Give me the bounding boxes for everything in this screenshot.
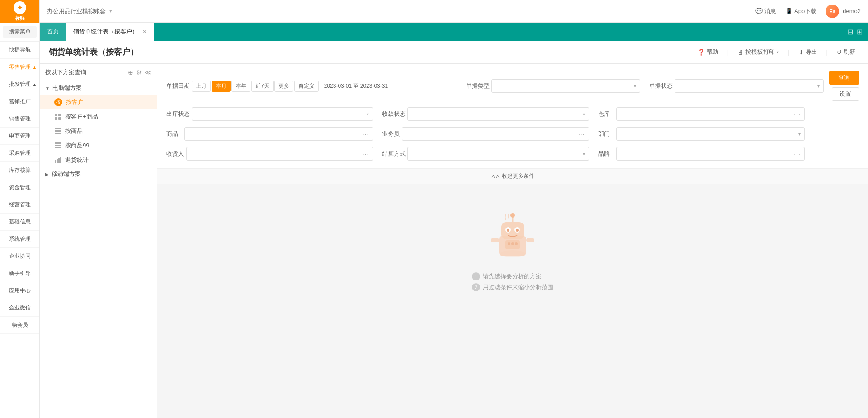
doc-status-input[interactable]: ▾ <box>675 79 824 93</box>
user-avatar: Ea <box>826 5 839 18</box>
collapse-row[interactable]: ∧∧ 收起更多条件 <box>157 168 868 184</box>
collection-status-input[interactable]: ▾ <box>407 107 589 121</box>
tab-close-icon[interactable]: ✕ <box>142 28 147 35</box>
scheme-item-refund-stat[interactable]: 退货统计 <box>40 153 157 167</box>
scheme-settings-icon[interactable]: ⚙ <box>136 69 142 76</box>
by-customer-product-label: 按客户+商品 <box>65 113 98 121</box>
sidebar-item-sales[interactable]: 销售管理 <box>0 110 39 128</box>
svg-rect-23 <box>491 238 499 242</box>
retail-label: 零售管理 <box>9 63 31 71</box>
svg-point-22 <box>510 213 515 218</box>
sidebar-item-inventory[interactable]: 库存核算 <box>0 162 39 179</box>
tab-maximize-icon[interactable]: ⊞ <box>857 28 863 36</box>
retail-expand-icon: ▲ <box>33 65 37 70</box>
print-btn[interactable]: 🖨 按模板打印 ▾ <box>734 46 783 58</box>
date-tab-last-7-days[interactable]: 近7天 <box>251 81 274 92</box>
scheme-item-by-product-99[interactable]: 按商品99 <box>40 138 157 153</box>
sidebar-search-area[interactable]: 搜索菜单 <box>0 23 39 42</box>
receiver-label: 收货人 <box>166 150 186 158</box>
page-header: 销货单统计表（按客户） ❓ 帮助 | 🖨 按模板打印 ▾ | ⬇ 导出 | <box>40 41 868 64</box>
help-btn[interactable]: ❓ 帮助 <box>694 46 722 58</box>
scheme-category-mobile[interactable]: ▶ 移动端方案 <box>40 167 157 181</box>
salesperson-label: 业务员 <box>382 130 402 138</box>
scheme-add-icon[interactable]: ⊕ <box>128 69 133 76</box>
help-icon: ❓ <box>698 49 705 56</box>
sidebar-item-ecommerce[interactable]: 电商管理 <box>0 128 39 145</box>
date-tab-last-month[interactable]: 上月 <box>192 81 211 92</box>
svg-rect-11 <box>57 159 58 163</box>
date-tabs: 上月 本月 本年 近7天 更多 自定义 <box>192 81 319 92</box>
refresh-icon: ↺ <box>837 49 842 56</box>
export-btn[interactable]: ⬇ 导出 <box>795 46 821 58</box>
brand-field: 品牌 ··· <box>598 147 805 161</box>
sidebar-item-quick-nav[interactable]: 快捷导航 <box>0 42 39 59</box>
svg-rect-5 <box>55 130 61 132</box>
sidebar-item-operations[interactable]: 经营管理 <box>0 196 39 214</box>
tab-minimize-icon[interactable]: ⊟ <box>847 28 853 36</box>
warehouse-label: 仓库 <box>598 110 616 118</box>
warehouse-input[interactable]: ··· <box>616 107 805 121</box>
out-status-input[interactable]: ▾ <box>192 107 373 121</box>
hint-number-2: 2 <box>472 283 480 291</box>
scheme-item-by-product[interactable]: 按商品 <box>40 124 157 138</box>
app-download-icon: 📱 <box>785 8 793 14</box>
settlement-field: 结算方式 ▾ <box>382 147 589 161</box>
salesperson-input[interactable]: ··· <box>402 127 589 141</box>
sidebar-item-wholesale[interactable]: 批发管理 ▲ <box>0 76 39 93</box>
scheme-item-by-customer[interactable]: 按 按客户 <box>40 95 157 109</box>
new-user-label: 新手引导 <box>2 270 38 277</box>
empty-hint-2: 2 用过滤条件来缩小分析范围 <box>472 283 553 291</box>
help-label: 帮助 <box>707 48 718 56</box>
sidebar-item-retail[interactable]: 零售管理 ▲ <box>0 59 39 76</box>
department-input[interactable]: ▾ <box>616 127 805 141</box>
date-tab-custom[interactable]: 自定义 <box>294 81 319 92</box>
brand-input[interactable]: ··· <box>616 147 805 161</box>
page-title: 销货单统计表（按客户） <box>49 47 138 57</box>
sidebar-item-app-center[interactable]: 应用中心 <box>0 282 39 299</box>
product-input[interactable]: ··· <box>184 127 373 141</box>
date-tab-more[interactable]: 更多 <box>274 81 293 92</box>
tab-sales-stat[interactable]: 销货单统计表（按客户） ✕ <box>66 23 154 41</box>
breadcrumb-dropdown-icon[interactable]: ▾ <box>109 8 112 14</box>
by-product-99-label: 按商品99 <box>65 142 89 150</box>
settlement-label: 结算方式 <box>382 150 407 158</box>
settings-button[interactable]: 设置 <box>832 87 859 101</box>
sidebar-item-purchase[interactable]: 采购管理 <box>0 145 39 162</box>
action-column: 查询 设置 <box>824 71 859 101</box>
finance-label: 资金管理 <box>2 184 38 191</box>
query-button[interactable]: 查询 <box>829 71 859 85</box>
svg-point-26 <box>508 242 510 245</box>
svg-rect-0 <box>55 114 57 116</box>
mobile-category-name: 移动端方案 <box>52 170 81 178</box>
app-download-action[interactable]: 📱 App下载 <box>785 7 816 15</box>
filter-area: 单据日期 上月 本月 本年 近7天 更多 自定义 20 <box>157 64 868 418</box>
sidebar-item-enterprise-wechat[interactable]: 企业微信 <box>0 299 39 317</box>
sidebar-item-new-user[interactable]: 新手引导 <box>0 265 39 282</box>
wholesale-expand-icon: ▲ <box>33 82 37 87</box>
user-profile-action[interactable]: Ea demo2 <box>826 5 861 18</box>
sidebar-item-vip[interactable]: 畅会员 <box>0 317 39 334</box>
date-tab-this-year[interactable]: 本年 <box>231 81 250 92</box>
scheme-item-by-customer-product[interactable]: 按客户+商品 <box>40 109 157 124</box>
message-action[interactable]: 💬 消息 <box>755 7 776 15</box>
sidebar-item-basic-info[interactable]: 基础信息 <box>0 214 39 231</box>
sidebar-item-marketing[interactable]: 营销推广 <box>0 93 39 110</box>
receiver-input[interactable]: ··· <box>186 147 373 161</box>
sidebar-item-enterprise[interactable]: 企业协同 <box>0 248 39 265</box>
doc-type-input[interactable]: ▾ <box>491 79 641 93</box>
sidebar-item-system[interactable]: 系统管理 <box>0 231 39 248</box>
scheme-panel-title: 按以下方案查询 <box>45 68 86 76</box>
scheme-category-pc: ▼ 电脑端方案 <box>40 81 157 95</box>
svg-point-20 <box>516 229 519 232</box>
settlement-arrow-icon: ▾ <box>583 152 585 157</box>
sidebar-item-finance[interactable]: 资金管理 <box>0 179 39 196</box>
refresh-btn[interactable]: ↺ 刷新 <box>833 46 859 58</box>
tab-home[interactable]: 首页 <box>40 23 66 41</box>
date-tab-this-month[interactable]: 本月 <box>212 81 231 92</box>
breadcrumb-text: 办公用品行业模拟账套 <box>47 7 106 15</box>
scheme-panel: 按以下方案查询 ⊕ ⚙ ≪ ▼ 电脑端方案 按 按客户 <box>40 64 157 418</box>
user-name: demo2 <box>843 8 861 14</box>
settlement-input[interactable]: ▾ <box>407 147 589 161</box>
search-menu-btn[interactable]: 搜索菜单 <box>3 26 37 38</box>
scheme-collapse-icon[interactable]: ≪ <box>145 69 151 76</box>
